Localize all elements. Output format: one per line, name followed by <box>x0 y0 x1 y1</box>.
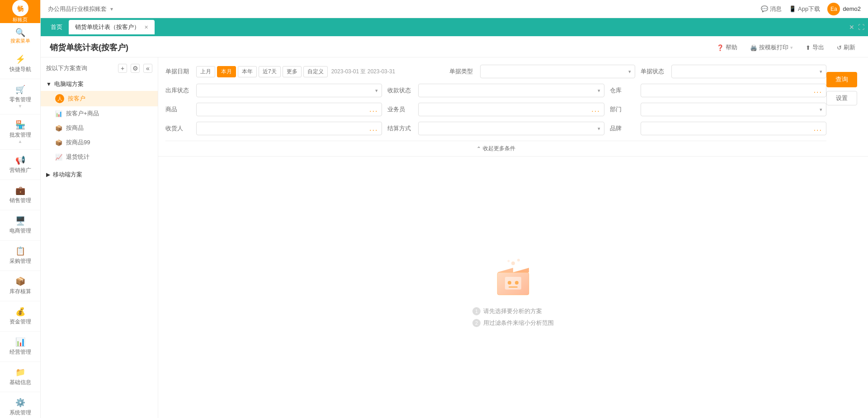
set-btn[interactable]: 设置 <box>826 91 857 105</box>
tab-maximize-btn[interactable]: ⛶ <box>858 24 864 31</box>
sidebar-item-system[interactable]: ⚙️ 系统管理 <box>0 392 41 418</box>
doc-status-label: 单据状态 <box>641 67 668 76</box>
sidebar-item-retail[interactable]: 🛒 零售管理 ▼ <box>0 79 41 114</box>
brand-dots[interactable]: ... <box>814 124 822 133</box>
template-print-btn[interactable]: 🖨️ 按模板打印 ▾ <box>746 42 797 53</box>
sidebar-search[interactable]: 🔍 搜索菜单 <box>0 23 41 49</box>
scheme-item-return-stats[interactable]: 📈 退货统计 <box>41 150 158 164</box>
warehouse-dots[interactable]: ... <box>814 86 822 95</box>
topbar-arrow[interactable]: ▾ <box>110 6 113 12</box>
goods-dots[interactable]: ... <box>369 105 378 114</box>
help-icon: ❓ <box>717 44 724 51</box>
date-btn-custom[interactable]: 自定义 <box>303 66 328 77</box>
date-btn-last7days[interactable]: 近7天 <box>259 66 281 77</box>
help-btn[interactable]: ❓ 帮助 <box>713 42 741 53</box>
template-print-icon: 🖨️ <box>750 44 757 51</box>
salesperson-input[interactable]: ... <box>418 103 604 116</box>
scheme-group-mobile-title[interactable]: ▶ 移动端方案 <box>41 168 158 181</box>
svg-rect-9 <box>509 286 518 288</box>
basicinfo-icon: 📁 <box>15 367 25 377</box>
sidebar-item-wholesale[interactable]: 🏪 批发管理 ▲ <box>0 114 41 150</box>
inventory-icon: 📦 <box>15 276 25 286</box>
filter-row-3: 商品 ... 业务员 ... <box>165 103 826 116</box>
hint-num-2: 2 <box>472 319 481 327</box>
out-status-select[interactable]: ▾ <box>196 84 382 97</box>
desktop-group-label: 电脑端方案 <box>54 80 84 88</box>
filter-payment-status: 收款状态 ▾ <box>387 84 604 97</box>
sidebar-item-operation[interactable]: 📊 经营管理 <box>0 332 41 362</box>
date-btn-more[interactable]: 更多 <box>283 66 302 77</box>
settlement-select[interactable]: ▾ <box>418 122 604 135</box>
app-download-btn[interactable]: 📱 App下载 <box>789 5 820 13</box>
filter-receiver: 收货人 ... <box>165 122 382 135</box>
scheme-item-by-goods99[interactable]: 📦 按商品99 <box>41 135 158 150</box>
refresh-btn[interactable]: ↺ 刷新 <box>833 42 859 53</box>
scheme-item-by-customer[interactable]: 人 按客户 <box>41 91 158 106</box>
tab-home[interactable]: 首页 <box>44 20 69 34</box>
by-goods-icon: 📦 <box>55 124 62 132</box>
scheme-item-by-customer-goods[interactable]: 📊 按客户+商品 <box>41 106 158 121</box>
template-print-arrow[interactable]: ▾ <box>790 45 793 51</box>
date-btn-last-month[interactable]: 上月 <box>196 66 215 77</box>
sidebar-item-ecommerce[interactable]: 🖥️ 电商管理 <box>0 210 41 241</box>
payment-status-select[interactable]: ▾ <box>418 84 604 97</box>
warehouse-input[interactable]: ... <box>641 84 826 97</box>
collapse-btn[interactable]: ⌃ 收起更多条件 <box>165 141 826 156</box>
scheme-collapse-btn[interactable]: « <box>143 64 152 73</box>
purchase-icon: 📋 <box>15 246 25 256</box>
doc-status-select[interactable]: ▾ <box>671 65 826 78</box>
sidebar-item-marketing[interactable]: 📢 营销推广 <box>0 150 41 180</box>
salesperson-dots[interactable]: ... <box>591 105 600 114</box>
date-btn-this-year[interactable]: 本年 <box>238 66 257 77</box>
refresh-icon: ↺ <box>837 44 842 51</box>
export-btn[interactable]: ⬆ 导出 <box>802 42 828 53</box>
dept-select[interactable]: ▾ <box>641 103 826 116</box>
messages-btn[interactable]: 💬 消息 <box>761 5 782 13</box>
query-btn[interactable]: 查询 <box>826 72 857 87</box>
sidebar-item-sales[interactable]: 💼 销售管理 <box>0 180 41 210</box>
brand-input[interactable]: ... <box>641 122 826 135</box>
by-customer-goods-icon: 📊 <box>55 110 62 117</box>
basicinfo-label: 基础信息 <box>9 379 31 386</box>
sidebar-item-finance[interactable]: 💰 资金管理 <box>0 301 41 332</box>
filter-brand: 品牌 ... <box>610 122 826 135</box>
hint-text-2: 用过滤条件来缩小分析范围 <box>483 319 554 327</box>
messages-label: 消息 <box>770 5 782 13</box>
dept-label: 部门 <box>610 105 637 114</box>
warehouse-label: 仓库 <box>610 86 637 95</box>
filter-salesperson: 业务员 ... <box>387 103 604 116</box>
empty-illustration <box>486 247 540 302</box>
scheme-group-desktop: ▼ 电脑端方案 人 按客户 📊 按客户+商品 📦 按商品 <box>41 76 158 166</box>
export-label: 导出 <box>812 43 824 52</box>
sidebar-item-purchase[interactable]: 📋 采购管理 <box>0 241 41 271</box>
scheme-item-by-goods[interactable]: 📦 按商品 <box>41 121 158 135</box>
goods-input[interactable]: ... <box>196 103 382 116</box>
system-label: 系统管理 <box>9 409 31 417</box>
topbar: 办公用品行业模拟账套 ▾ 💬 消息 📱 App下载 Ea demo2 <box>41 0 868 18</box>
app-logo[interactable]: 畅 标账页 <box>0 0 41 23</box>
topbar-right: 💬 消息 📱 App下载 Ea demo2 <box>761 3 861 15</box>
settlement-arrow: ▾ <box>598 126 600 132</box>
sidebar-item-quicknav[interactable]: ⚡ 快捷导航 <box>0 49 41 79</box>
tab-close-window-btn[interactable]: ✕ <box>849 24 854 31</box>
tab-close-btn[interactable]: ✕ <box>144 24 148 30</box>
sidebar-item-inventory[interactable]: 📦 库存核算 <box>0 271 41 301</box>
scheme-panel: 按以下方案查询 + ⚙ « ▼ 电脑端方案 人 按客户 <box>41 57 158 418</box>
receiver-input[interactable]: ... <box>196 122 382 135</box>
sidebar-item-basicinfo[interactable]: 📁 基础信息 <box>0 362 41 392</box>
return-stats-label: 退货统计 <box>66 153 90 161</box>
receiver-dots[interactable]: ... <box>369 124 378 133</box>
tab-sales-stats[interactable]: 销货单统计表（按客户） ✕ <box>69 20 155 34</box>
user-profile[interactable]: Ea demo2 <box>827 3 861 15</box>
scheme-settings-btn[interactable]: ⚙ <box>131 64 140 73</box>
doc-type-select[interactable]: ▾ <box>480 65 635 78</box>
svg-point-12 <box>508 260 510 262</box>
search-label: 搜索菜单 <box>10 38 30 44</box>
date-btn-this-month[interactable]: 本月 <box>217 66 236 77</box>
scheme-group-desktop-title[interactable]: ▼ 电脑端方案 <box>41 77 158 91</box>
topbar-left: 办公用品行业模拟账套 ▾ <box>48 5 113 13</box>
collapse-up-icon: ⌃ <box>476 146 481 152</box>
brand-label: 品牌 <box>610 124 637 133</box>
hint-num-1: 1 <box>472 307 481 315</box>
scheme-add-btn[interactable]: + <box>118 64 127 73</box>
